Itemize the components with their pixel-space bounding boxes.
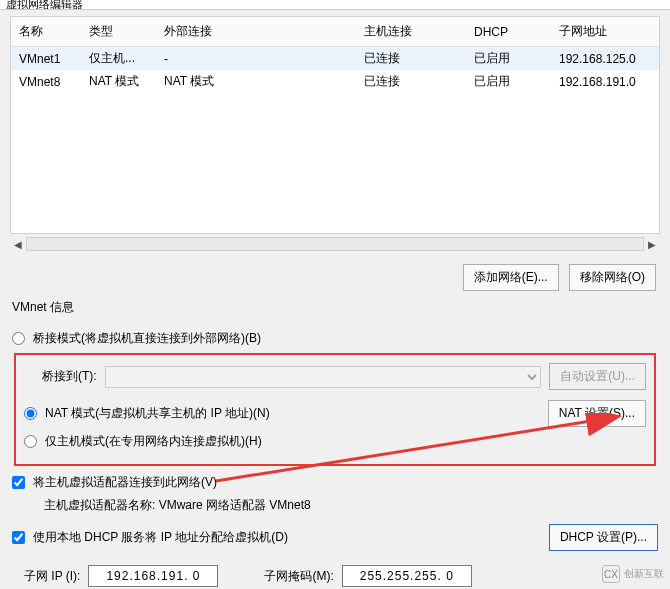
remove-network-button[interactable]: 移除网络(O): [569, 264, 656, 291]
bridged-to-label: 桥接到(T):: [42, 368, 97, 385]
nat-radio[interactable]: [24, 407, 37, 420]
scroll-track[interactable]: [26, 237, 644, 251]
col-host[interactable]: 主机连接: [356, 17, 466, 47]
highlight-box: 桥接到(T): 自动设置(U)... NAT 模式(与虚拟机共享主机的 IP 地…: [14, 353, 656, 466]
vmnet-info-label: VMnet 信息: [12, 299, 670, 316]
dhcp-settings-button[interactable]: DHCP 设置(P)...: [549, 524, 658, 551]
cell-subnet: 192.168.125.0: [551, 47, 659, 71]
cell-name: VMnet8: [11, 70, 81, 93]
watermark-text: 创新互联: [624, 567, 664, 581]
use-dhcp-row: 使用本地 DHCP 服务将 IP 地址分配给虚拟机(D) DHCP 设置(P).…: [12, 524, 658, 551]
horizontal-scrollbar[interactable]: ◀ ▶: [10, 234, 660, 254]
cell-host: 已连接: [356, 47, 466, 71]
col-ext[interactable]: 外部连接: [156, 17, 356, 47]
connect-host-adapter-checkbox[interactable]: [12, 476, 25, 489]
nat-label: NAT 模式(与虚拟机共享主机的 IP 地址)(N): [45, 405, 270, 422]
connect-host-adapter-row: 将主机虚拟适配器连接到此网络(V): [12, 474, 658, 491]
subnet-ip-input[interactable]: [88, 565, 218, 587]
cell-type: NAT 模式: [81, 70, 156, 93]
bridged-label: 桥接模式(将虚拟机直接连接到外部网络)(B): [33, 330, 261, 347]
titlebar: 虚拟网络编辑器: [0, 0, 670, 10]
cell-subnet: 192.168.191.0: [551, 70, 659, 93]
network-table: 名称 类型 外部连接 主机连接 DHCP 子网地址 VMnet1 仅主机... …: [10, 16, 660, 234]
cell-dhcp: 已启用: [466, 70, 551, 93]
subnet-mask-input[interactable]: [342, 565, 472, 587]
scroll-left-icon[interactable]: ◀: [10, 236, 26, 252]
table-row[interactable]: VMnet8 NAT 模式 NAT 模式 已连接 已启用 192.168.191…: [11, 70, 659, 93]
col-type[interactable]: 类型: [81, 17, 156, 47]
col-name[interactable]: 名称: [11, 17, 81, 47]
bridged-to-select: [105, 366, 542, 388]
watermark: CX 创新互联: [602, 565, 664, 583]
hostonly-radio[interactable]: [24, 435, 37, 448]
cell-host: 已连接: [356, 70, 466, 93]
adapter-name-text: 主机虚拟适配器名称: VMware 网络适配器 VMnet8: [44, 497, 658, 514]
add-network-button[interactable]: 添加网络(E)...: [463, 264, 559, 291]
cell-dhcp: 已启用: [466, 47, 551, 71]
cell-name: VMnet1: [11, 47, 81, 71]
cell-type: 仅主机...: [81, 47, 156, 71]
bridged-radio[interactable]: [12, 332, 25, 345]
connect-host-adapter-label: 将主机虚拟适配器连接到此网络(V): [33, 474, 217, 491]
auto-settings-button: 自动设置(U)...: [549, 363, 646, 390]
subnet-ip-label: 子网 IP (I):: [24, 568, 80, 585]
scroll-right-icon[interactable]: ▶: [644, 236, 660, 252]
subnet-mask-label: 子网掩码(M):: [264, 568, 333, 585]
col-dhcp[interactable]: DHCP: [466, 17, 551, 47]
nat-mode-row: NAT 模式(与虚拟机共享主机的 IP 地址)(N) NAT 设置(S)...: [24, 400, 646, 427]
use-dhcp-checkbox[interactable]: [12, 531, 25, 544]
hostonly-mode-row: 仅主机模式(在专用网络内连接虚拟机)(H): [24, 433, 646, 450]
hostonly-label: 仅主机模式(在专用网络内连接虚拟机)(H): [45, 433, 262, 450]
watermark-icon: CX: [602, 565, 620, 583]
cell-ext: NAT 模式: [156, 70, 356, 93]
window-title: 虚拟网络编辑器: [6, 0, 83, 10]
bridged-mode-row: 桥接模式(将虚拟机直接连接到外部网络)(B): [12, 330, 658, 347]
nat-settings-button[interactable]: NAT 设置(S)...: [548, 400, 646, 427]
col-subnet[interactable]: 子网地址: [551, 17, 659, 47]
table-header-row: 名称 类型 外部连接 主机连接 DHCP 子网地址: [11, 17, 659, 47]
use-dhcp-label: 使用本地 DHCP 服务将 IP 地址分配给虚拟机(D): [33, 529, 288, 546]
table-row[interactable]: VMnet1 仅主机... - 已连接 已启用 192.168.125.0: [11, 47, 659, 71]
cell-ext: -: [156, 47, 356, 71]
